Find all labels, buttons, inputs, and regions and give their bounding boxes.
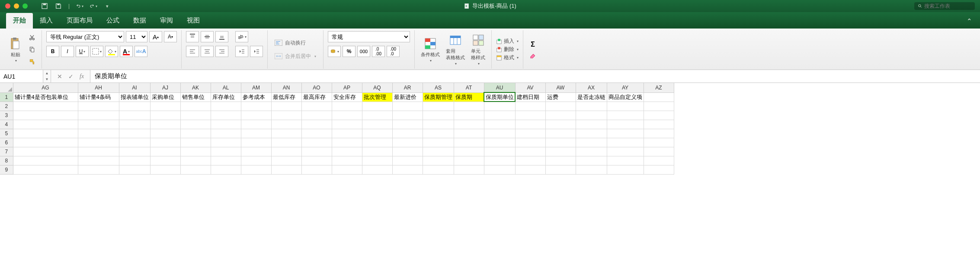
cell[interactable] — [423, 102, 454, 111]
search-input[interactable] — [924, 3, 971, 9]
tab-数据[interactable]: 数据 — [126, 13, 153, 29]
row-header-9[interactable]: 9 — [0, 165, 13, 174]
cell[interactable] — [576, 138, 607, 147]
cell[interactable] — [454, 156, 484, 165]
align-right-icon[interactable] — [215, 46, 228, 57]
cell[interactable] — [576, 111, 607, 120]
number-format-select[interactable]: 常规 — [328, 31, 410, 42]
cell[interactable] — [423, 120, 454, 129]
cell[interactable] — [150, 138, 180, 147]
cell[interactable] — [454, 165, 484, 174]
cell[interactable] — [484, 102, 515, 111]
bold-button[interactable]: B — [46, 46, 59, 57]
cell[interactable] — [13, 120, 78, 129]
col-header-AS[interactable]: AS — [423, 83, 454, 92]
cell[interactable] — [515, 129, 545, 138]
cell[interactable] — [301, 102, 332, 111]
select-all-corner[interactable] — [0, 83, 13, 92]
cell[interactable] — [211, 102, 241, 111]
cell[interactable] — [392, 129, 423, 138]
tab-视图[interactable]: 视图 — [180, 13, 207, 29]
cell[interactable] — [241, 120, 271, 129]
cell[interactable] — [576, 147, 607, 156]
cell[interactable] — [271, 102, 301, 111]
phonetic-guide-icon[interactable]: abcA — [135, 46, 147, 57]
cell[interactable] — [515, 111, 545, 120]
align-center-icon[interactable] — [201, 46, 214, 57]
tab-公式[interactable]: 公式 — [99, 13, 126, 29]
col-header-AY[interactable]: AY — [607, 83, 644, 92]
cell[interactable]: 是否走冻链 — [576, 92, 607, 102]
cell[interactable] — [301, 165, 332, 174]
cell[interactable] — [150, 120, 180, 129]
cell[interactable]: 采购单位 — [150, 92, 180, 102]
cell[interactable] — [119, 129, 150, 138]
cell[interactable]: 最高库存 — [301, 92, 332, 102]
decrease-indent-icon[interactable] — [235, 46, 248, 57]
col-header-AN[interactable]: AN — [271, 83, 301, 92]
search-box[interactable] — [914, 2, 975, 10]
col-header-AW[interactable]: AW — [545, 83, 576, 92]
cell[interactable] — [13, 165, 78, 174]
cell-styles-button[interactable]: 单元 格样式▾ — [469, 32, 487, 67]
enter-formula-icon[interactable]: ✓ — [68, 73, 74, 80]
cell[interactable] — [301, 156, 332, 165]
delete-cells-button[interactable]: 删除▾ — [496, 46, 519, 53]
col-header-AZ[interactable]: AZ — [644, 83, 674, 92]
col-header-AI[interactable]: AI — [119, 83, 150, 92]
undo-icon[interactable]: ▾ — [76, 2, 83, 10]
cell[interactable]: 保质期管理 — [423, 92, 454, 102]
cell[interactable]: 安全库存 — [332, 92, 362, 102]
cell[interactable] — [241, 138, 271, 147]
qat-customize-icon[interactable]: ▾ — [103, 2, 111, 10]
cell[interactable] — [423, 138, 454, 147]
cell[interactable] — [150, 156, 180, 165]
cell[interactable] — [576, 165, 607, 174]
cell[interactable] — [332, 156, 362, 165]
cell[interactable] — [13, 156, 78, 165]
paste-button[interactable]: 粘贴 ▾ — [7, 36, 24, 64]
underline-button[interactable]: U▾ — [76, 46, 89, 57]
orientation-icon[interactable]: ab▾ — [235, 31, 248, 42]
cell[interactable] — [271, 156, 301, 165]
cell[interactable] — [362, 165, 392, 174]
autosave-icon[interactable] — [41, 2, 48, 10]
cell[interactable] — [607, 147, 644, 156]
cell[interactable] — [241, 165, 271, 174]
cell[interactable] — [241, 129, 271, 138]
cell[interactable] — [119, 120, 150, 129]
spreadsheet-grid[interactable]: AGAHAIAJAKALAMANAOAPAQARASATAUAVAWAXAYAZ… — [0, 83, 980, 175]
cell[interactable] — [180, 165, 211, 174]
table-format-button[interactable]: 套用 表格格式▾ — [444, 32, 467, 67]
col-header-AU[interactable]: AU — [484, 83, 515, 92]
cell[interactable]: 保质期单位 — [484, 92, 515, 102]
cancel-formula-icon[interactable]: ✕ — [57, 73, 62, 80]
cell[interactable] — [332, 147, 362, 156]
wrap-text-button[interactable]: 自动换行 — [272, 38, 319, 48]
cell[interactable] — [545, 147, 576, 156]
cell[interactable] — [211, 165, 241, 174]
cell[interactable] — [392, 102, 423, 111]
cell[interactable] — [362, 156, 392, 165]
col-header-AG[interactable]: AG — [13, 83, 78, 92]
cell[interactable] — [301, 120, 332, 129]
cell[interactable] — [423, 111, 454, 120]
decrease-decimal-icon[interactable]: .00.0 — [387, 46, 400, 57]
cell[interactable] — [515, 138, 545, 147]
col-header-AH[interactable]: AH — [78, 83, 119, 92]
cell[interactable] — [332, 102, 362, 111]
cell[interactable] — [644, 129, 674, 138]
cell[interactable] — [211, 111, 241, 120]
cell[interactable] — [150, 102, 180, 111]
cell[interactable] — [150, 129, 180, 138]
percent-icon[interactable]: % — [343, 46, 355, 57]
cell[interactable] — [545, 138, 576, 147]
cell[interactable] — [515, 156, 545, 165]
cell[interactable] — [119, 156, 150, 165]
align-top-icon[interactable] — [186, 31, 199, 42]
cell[interactable] — [13, 111, 78, 120]
cell[interactable] — [454, 138, 484, 147]
cell[interactable] — [78, 156, 119, 165]
tab-审阅[interactable]: 审阅 — [153, 13, 180, 29]
cell[interactable] — [332, 138, 362, 147]
